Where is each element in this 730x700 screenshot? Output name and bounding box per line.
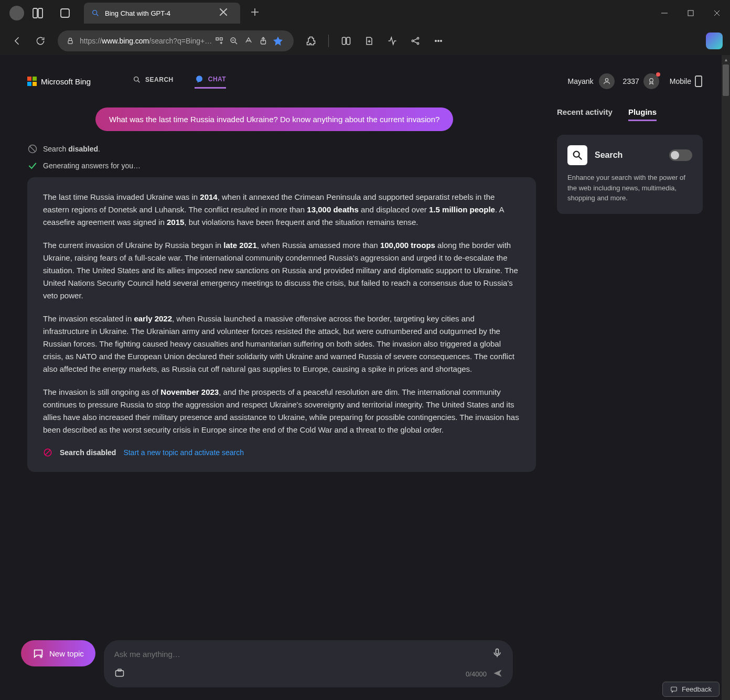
answer-card: The last time Russia invaded Ukraine was… (27, 177, 536, 472)
read-aloud-button[interactable] (241, 34, 256, 48)
svg-line-47 (579, 157, 582, 160)
svg-rect-55 (671, 687, 677, 691)
svg-rect-0 (33, 8, 37, 18)
copilot-button[interactable] (706, 33, 723, 49)
scrollbar[interactable]: ▴ (722, 55, 730, 700)
svg-line-43 (30, 146, 35, 152)
user-message-bubble: What was the last time Russia invaded Uk… (95, 107, 453, 131)
workspaces-icon[interactable] (31, 7, 44, 19)
tab-recent-activity[interactable]: Recent activity (557, 107, 613, 121)
bing-header: Microsoft Bing SEARCH CHAT Mayank 2337 (6, 66, 724, 97)
more-button[interactable] (428, 31, 448, 51)
extensions-button[interactable] (301, 31, 321, 51)
new-topic-icon (33, 648, 44, 659)
svg-line-4 (96, 14, 98, 16)
bing-logo[interactable]: Microsoft Bing (27, 77, 91, 86)
svg-line-37 (138, 81, 139, 82)
svg-point-33 (435, 40, 437, 41)
maximize-button[interactable] (678, 0, 704, 26)
svg-rect-1 (38, 8, 42, 18)
answer-footer: Search disabled Start a new topic and ac… (43, 447, 520, 458)
answer-p2: The current invasion of Ukraine by Russi… (43, 239, 520, 302)
window-titlebar: Bing Chat with GPT-4 (0, 0, 730, 26)
svg-point-35 (441, 40, 442, 41)
refresh-button[interactable] (30, 31, 50, 51)
toolbar-divider (328, 35, 329, 47)
char-counter: 0/4000 (466, 670, 487, 678)
new-topic-label: New topic (49, 649, 84, 658)
share-button[interactable] (256, 34, 271, 48)
tab-close-button[interactable] (219, 8, 233, 18)
svg-point-39 (605, 79, 608, 81)
mobile-link[interactable]: Mobile (670, 75, 703, 88)
nav-search-label: SEARCH (145, 76, 174, 83)
nav-chat[interactable]: CHAT (195, 74, 226, 89)
svg-line-32 (414, 41, 417, 42)
feedback-label: Feedback (682, 685, 712, 693)
svg-rect-13 (68, 40, 72, 44)
feedback-icon (670, 686, 678, 693)
collections-button[interactable] (359, 31, 379, 51)
close-window-button[interactable] (704, 0, 730, 26)
tab-plugins[interactable]: Plugins (628, 107, 657, 121)
svg-point-36 (134, 77, 138, 81)
svg-point-30 (417, 42, 418, 44)
split-screen-button[interactable] (336, 31, 356, 51)
status-search-disabled: Search disabled. (27, 144, 536, 154)
nav-search[interactable]: SEARCH (133, 74, 174, 89)
svg-line-20 (235, 42, 237, 44)
mic-button[interactable] (492, 648, 502, 660)
activate-search-link[interactable]: Start a new topic and activate search (123, 447, 244, 458)
profile-avatar[interactable] (9, 6, 24, 20)
search-icon (91, 9, 100, 17)
share2-button[interactable] (405, 31, 425, 51)
tab-title: Bing Chat with GPT-4 (105, 9, 210, 17)
svg-rect-25 (347, 37, 350, 44)
status-disabled-text: Search disabled. (43, 145, 100, 153)
chat-icon (195, 74, 204, 84)
svg-rect-50 (496, 649, 498, 654)
favorite-button[interactable] (271, 34, 285, 48)
svg-rect-53 (118, 669, 122, 671)
input-area: New topic 0/4000 (21, 640, 699, 687)
svg-marker-54 (494, 670, 501, 676)
address-bar[interactable]: https://www.bing.com/search?q=Bing+… (58, 30, 294, 51)
image-input-button[interactable] (114, 667, 125, 680)
chat-sidebar: Recent activity Plugins Search Enhance y… (557, 107, 703, 653)
svg-line-45 (46, 450, 50, 455)
minimize-button[interactable] (651, 0, 678, 26)
bing-logo-text: Microsoft Bing (41, 77, 91, 86)
zoom-out-button[interactable] (227, 34, 241, 48)
svg-line-31 (414, 38, 417, 40)
status-generating: Generating answers for you… (27, 160, 536, 171)
plugin-toggle[interactable] (669, 149, 692, 161)
account-area[interactable]: Mayank (568, 73, 615, 89)
new-tab-button[interactable] (251, 8, 259, 18)
new-topic-button[interactable]: New topic (21, 640, 95, 666)
svg-rect-52 (115, 671, 123, 676)
feedback-button[interactable]: Feedback (662, 682, 720, 697)
browser-tab-active[interactable]: Bing Chat with GPT-4 (84, 3, 240, 24)
blocked-icon (43, 448, 52, 457)
svg-point-46 (574, 152, 579, 157)
svg-point-28 (412, 40, 413, 41)
check-icon (27, 160, 38, 171)
ask-input[interactable] (114, 650, 492, 659)
chat-main: What was the last time Russia invaded Uk… (27, 107, 536, 653)
back-button[interactable] (7, 31, 27, 51)
scroll-thumb[interactable] (723, 64, 729, 96)
status-generating-text: Generating answers for you… (43, 161, 141, 170)
mobile-label: Mobile (670, 77, 691, 85)
svg-point-34 (438, 40, 439, 41)
lock-icon (66, 37, 74, 45)
tab-actions-icon[interactable] (59, 7, 71, 19)
send-button[interactable] (493, 669, 502, 680)
nav-chat-label: CHAT (208, 76, 226, 83)
footer-disabled-label: Search disabled (60, 447, 116, 458)
scroll-up-button[interactable]: ▴ (722, 55, 730, 63)
account-avatar-icon (599, 73, 615, 89)
performance-button[interactable] (382, 31, 402, 51)
apps-button[interactable] (212, 34, 227, 48)
rewards-area[interactable]: 2337 (623, 73, 659, 89)
svg-point-29 (417, 37, 418, 39)
